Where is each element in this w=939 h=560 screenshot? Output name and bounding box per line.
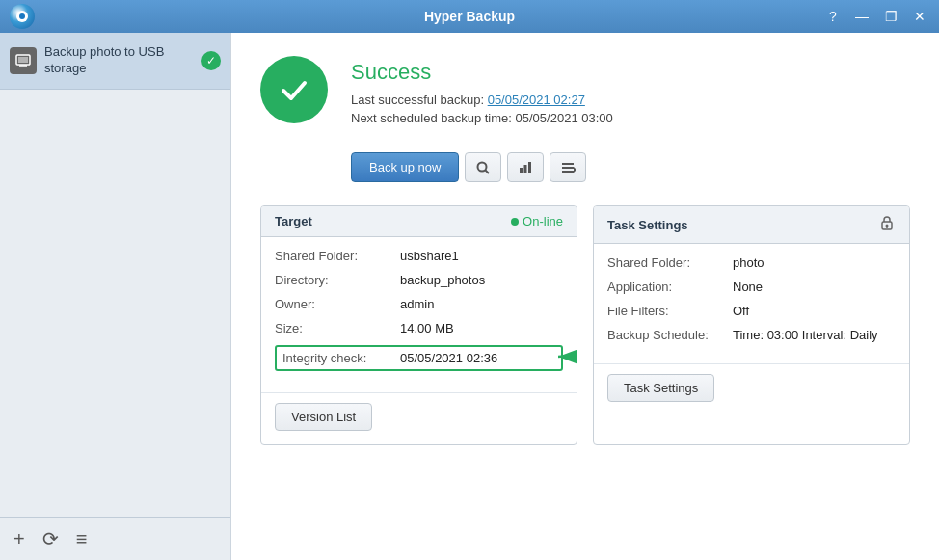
menu-button[interactable]	[550, 152, 586, 182]
version-list-button[interactable]: Version List	[275, 403, 372, 431]
field-value: admin	[400, 297, 434, 311]
app-icon	[10, 4, 35, 29]
table-row: Owner: admin	[275, 297, 563, 311]
field-value: 14.00 MB	[400, 321, 454, 335]
main-content: Success Last successful backup: 05/05/20…	[231, 33, 939, 560]
target-panel-body: Shared Folder: usbshare1 Directory: back…	[261, 237, 577, 392]
online-status: On-line	[511, 214, 563, 228]
task-panel-body: Shared Folder: photo Application: None F…	[594, 244, 909, 363]
next-backup-label: Next scheduled backup time:	[351, 111, 516, 125]
sidebar-item-label: Backup photo to USB storage	[44, 44, 194, 77]
minimize-button[interactable]: —	[852, 7, 872, 26]
next-backup-time: 05/05/2021 03:00	[516, 111, 613, 125]
svg-rect-9	[562, 167, 574, 169]
integrity-check-row: Integrity check: 05/05/2021 02:36	[275, 345, 563, 371]
field-label: Backup Schedule:	[607, 328, 733, 342]
backup-item-icon	[10, 47, 37, 74]
success-section: Success Last successful backup: 05/05/20…	[260, 56, 910, 129]
field-label: Application:	[607, 280, 733, 294]
target-panel-header: Target On-line	[261, 206, 577, 237]
svg-rect-8	[562, 163, 574, 165]
window-controls: ? — ❐ ✕	[823, 7, 929, 26]
success-title: Success	[351, 60, 613, 85]
table-row: Shared Folder: usbshare1	[275, 249, 563, 263]
field-value: photo	[733, 255, 765, 270]
help-button[interactable]: ?	[823, 7, 843, 26]
status-label: On-line	[523, 214, 563, 228]
svg-point-14	[886, 225, 889, 227]
status-dot	[511, 218, 519, 226]
task-header-label: Task Settings	[607, 218, 688, 232]
task-settings-button[interactable]: Task Settings	[607, 374, 714, 402]
last-backup-line: Last successful backup: 05/05/2021 02:27	[351, 93, 613, 107]
field-value: backup_photos	[400, 273, 485, 287]
integrity-value: 05/05/2021 02:36	[400, 351, 497, 365]
lock-icon	[878, 214, 896, 235]
success-icon	[260, 56, 328, 123]
sidebar-item-checkmark: ✓	[201, 51, 221, 70]
integrity-label: Integrity check:	[282, 351, 400, 365]
chart-button[interactable]	[507, 152, 544, 182]
field-value: Off	[733, 304, 749, 318]
last-backup-label: Last successful backup:	[351, 93, 484, 107]
close-button[interactable]: ✕	[910, 7, 929, 26]
task-panel-header: Task Settings	[594, 206, 909, 244]
last-backup-time[interactable]: 05/05/2021 02:27	[488, 93, 585, 107]
field-label: Owner:	[275, 297, 400, 311]
sidebar-footer: + ⟳ ≡	[0, 517, 230, 560]
sidebar: Backup photo to USB storage ✓ + ⟳ ≡	[0, 33, 231, 560]
sidebar-item-backup[interactable]: Backup photo to USB storage ✓	[0, 33, 230, 90]
svg-rect-7	[528, 162, 531, 173]
table-row: Shared Folder: photo	[607, 255, 896, 270]
field-value: None	[733, 280, 763, 294]
svg-rect-1	[18, 57, 28, 63]
search-button[interactable]	[465, 152, 501, 182]
table-row: Application: None	[607, 280, 896, 294]
svg-rect-5	[520, 168, 523, 173]
svg-marker-11	[574, 167, 576, 173]
svg-line-4	[486, 170, 490, 173]
app-container: Backup photo to USB storage ✓ + ⟳ ≡ Succ…	[0, 33, 939, 560]
maximize-button[interactable]: ❐	[881, 7, 900, 26]
field-label: Size:	[275, 321, 400, 335]
details-section: Target On-line Shared Folder: usbshare1 …	[260, 205, 910, 445]
task-settings-panel: Task Settings Shared Folder: photo	[593, 205, 910, 445]
next-backup-line: Next scheduled backup time: 05/05/2021 0…	[351, 111, 613, 125]
field-label: Directory:	[275, 273, 400, 287]
svg-point-3	[478, 162, 487, 171]
field-label: File Filters:	[607, 304, 733, 318]
table-row: Size: 14.00 MB	[275, 321, 563, 335]
task-panel-footer: Task Settings	[594, 363, 909, 415]
target-panel: Target On-line Shared Folder: usbshare1 …	[260, 205, 577, 445]
field-label: Shared Folder:	[607, 255, 733, 270]
table-row: Backup Schedule: Time: 03:00 Interval: D…	[607, 328, 896, 342]
target-header-label: Target	[275, 214, 312, 228]
action-buttons: Back up now	[351, 152, 910, 182]
backup-now-button[interactable]: Back up now	[351, 152, 459, 182]
field-value: usbshare1	[400, 249, 459, 263]
table-row: File Filters: Off	[607, 304, 896, 318]
add-backup-button[interactable]: +	[13, 528, 25, 550]
field-label: Shared Folder:	[275, 249, 400, 263]
app-title: Hyper Backup	[424, 9, 515, 24]
svg-rect-10	[562, 171, 574, 173]
log-button[interactable]: ≡	[76, 528, 88, 550]
svg-rect-6	[524, 165, 527, 173]
history-button[interactable]: ⟳	[42, 527, 59, 550]
field-value: Time: 03:00 Interval: Daily	[733, 328, 878, 342]
title-bar: Hyper Backup ? — ❐ ✕	[0, 0, 939, 33]
target-panel-footer: Version List	[261, 392, 577, 444]
table-row: Directory: backup_photos	[275, 273, 563, 287]
success-info: Success Last successful backup: 05/05/20…	[351, 56, 613, 129]
